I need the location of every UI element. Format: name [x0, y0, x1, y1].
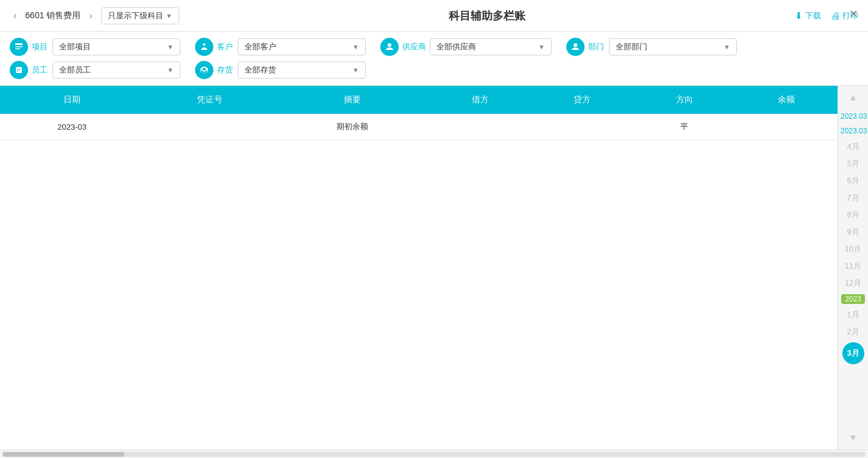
main-content: 日期 凭证号 摘要 借方 贷方 方向 余额 2023-03 期初余额 平	[0, 86, 838, 449]
table-container: 日期 凭证号 摘要 借方 贷方 方向 余额 2023-03 期初余额 平	[0, 86, 868, 449]
month-item-month-4[interactable]: 4月	[838, 138, 868, 155]
department-value: 全部部门	[616, 41, 647, 52]
download-label: 下载	[805, 10, 821, 21]
customer-filter-group: 客户 全部客户 ▼	[195, 38, 366, 56]
chevron-down-icon: ▼	[166, 12, 173, 19]
download-button[interactable]: ⬇ 下载	[795, 10, 821, 21]
next-account-button[interactable]: ›	[85, 9, 96, 23]
month-item-month-9[interactable]: 9月	[838, 224, 868, 241]
svg-rect-7	[17, 71, 20, 71]
month-item-month-5[interactable]: 5月	[838, 155, 868, 172]
department-filter-group: 部门 全部部门 ▼	[566, 38, 737, 56]
month-item-month-8[interactable]: 8月	[838, 206, 868, 224]
ledger-table: 日期 凭证号 摘要 借方 贷方 方向 余额 2023-03 期初余额 平	[0, 86, 838, 140]
col-credit: 贷方	[531, 86, 633, 114]
svg-point-3	[388, 43, 391, 47]
month-item-month-7[interactable]: 7月	[838, 189, 868, 206]
inventory-value: 全部存货	[244, 65, 276, 76]
account-code: 6601 销售费用	[25, 10, 80, 21]
horizontal-scrollbar[interactable]	[0, 449, 868, 458]
chevron-down-icon: ▼	[352, 43, 359, 51]
cell-balance	[735, 114, 838, 140]
cell-summary: 期初余额	[276, 114, 429, 140]
scroll-up-button[interactable]: ▲	[841, 88, 866, 107]
svg-rect-2	[15, 49, 20, 50]
table-header-row: 日期 凭证号 摘要 借方 贷方 方向 余额	[0, 86, 838, 114]
show-sub-accounts-button[interactable]: 只显示下级科目 ▼	[101, 7, 179, 24]
project-value: 全部项目	[59, 41, 91, 52]
col-balance: 余额	[735, 86, 838, 114]
chevron-down-icon: ▼	[724, 43, 730, 51]
inventory-label: 存货	[217, 65, 234, 76]
month-item-month-1-2024[interactable]: 1月	[838, 306, 868, 323]
employee-value: 全部员工	[59, 65, 91, 76]
main-window: ‹ 6601 销售费用 › 只显示下级科目 ▼ 科目辅助多栏账 ⬇ 下载 🖨 打…	[0, 0, 868, 458]
cell-credit	[531, 114, 633, 140]
employee-filter-group: 员工 全部员工 ▼	[10, 61, 180, 79]
svg-rect-1	[15, 46, 23, 48]
customer-label: 客户	[217, 41, 234, 52]
month-item-month-2-2024[interactable]: 2月	[838, 323, 868, 340]
show-sub-accounts-label: 只显示下级科目	[108, 10, 163, 21]
cell-voucher	[144, 114, 276, 140]
print-icon: 🖨	[831, 10, 840, 21]
inventory-icon	[195, 61, 213, 79]
supplier-filter-group: 供应商 全部供应商 ▼	[380, 38, 552, 56]
col-summary: 摘要	[276, 86, 429, 114]
chevron-down-icon: ▼	[167, 43, 174, 51]
month-item-month-12[interactable]: 12月	[838, 275, 868, 292]
month-item-2023-03-bottom[interactable]: 2023.03	[838, 124, 868, 138]
download-icon: ⬇	[795, 10, 803, 21]
side-month-nav: ▲ 2023.032023.034月5月6月7月8月9月10月11月12月202…	[838, 86, 868, 449]
month-item-month-6[interactable]: 6月	[838, 172, 868, 189]
department-label: 部门	[588, 41, 605, 52]
col-debit: 借方	[429, 86, 532, 114]
employee-icon	[10, 61, 28, 79]
month-item-month-10[interactable]: 10月	[838, 241, 868, 258]
chevron-down-icon: ▼	[352, 66, 359, 74]
customer-select[interactable]: 全部客户 ▼	[238, 38, 366, 55]
supplier-icon	[380, 38, 399, 56]
close-button[interactable]: ✕	[849, 7, 858, 21]
employee-label: 员工	[32, 65, 49, 76]
col-date: 日期	[0, 86, 144, 114]
svg-rect-5	[16, 67, 22, 73]
prev-account-button[interactable]: ‹	[10, 9, 20, 23]
customer-value: 全部客户	[244, 41, 276, 52]
svg-rect-0	[15, 43, 23, 45]
supplier-select[interactable]: 全部供应商 ▼	[430, 38, 552, 55]
supplier-label: 供应商	[402, 41, 426, 52]
svg-rect-6	[17, 69, 21, 69]
svg-point-4	[574, 43, 577, 47]
page-title: 科目辅助多栏账	[184, 9, 790, 23]
cell-debit	[429, 114, 532, 140]
month-item-month-3-active[interactable]: 3月	[842, 342, 864, 364]
scrollbar-thumb[interactable]	[2, 452, 124, 457]
chevron-down-icon: ▼	[538, 43, 545, 51]
month-item-2023-03-top[interactable]: 2023.03	[838, 109, 868, 124]
title-bar: ‹ 6601 销售费用 › 只显示下级科目 ▼ 科目辅助多栏账 ⬇ 下载 🖨 打…	[0, 0, 868, 32]
customer-icon	[195, 38, 213, 56]
col-direction: 方向	[633, 86, 736, 114]
department-select[interactable]: 全部部门 ▼	[609, 38, 737, 55]
chevron-down-icon: ▼	[167, 66, 174, 74]
month-item-year-2023[interactable]: 2023	[838, 292, 868, 306]
project-icon	[10, 38, 28, 56]
cell-direction: 平	[633, 114, 736, 140]
project-filter-group: 项目 全部项目 ▼	[10, 38, 180, 56]
col-voucher: 凭证号	[144, 86, 276, 114]
scrollbar-track	[2, 452, 866, 457]
inventory-select[interactable]: 全部存货 ▼	[238, 62, 366, 79]
inventory-filter-group: 存货 全部存货 ▼	[195, 61, 366, 79]
scroll-down-button[interactable]: ▼	[841, 429, 866, 447]
month-list: 2023.032023.034月5月6月7月8月9月10月11月12月20231…	[838, 109, 868, 426]
project-label: 项目	[32, 41, 49, 52]
filter-area: 项目 全部项目 ▼ 客户 全部客户 ▼	[0, 32, 868, 86]
cell-date: 2023-03	[0, 114, 144, 140]
table-row: 2023-03 期初余额 平	[0, 114, 838, 140]
employee-select[interactable]: 全部员工 ▼	[52, 62, 180, 79]
supplier-value: 全部供应商	[436, 41, 476, 52]
month-item-month-11[interactable]: 11月	[838, 258, 868, 275]
department-icon	[566, 38, 585, 56]
project-select[interactable]: 全部项目 ▼	[52, 38, 180, 55]
